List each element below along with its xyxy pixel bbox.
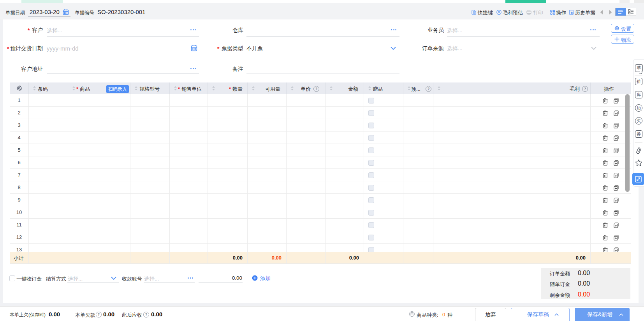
svg-text:¥: ¥	[498, 11, 500, 14]
